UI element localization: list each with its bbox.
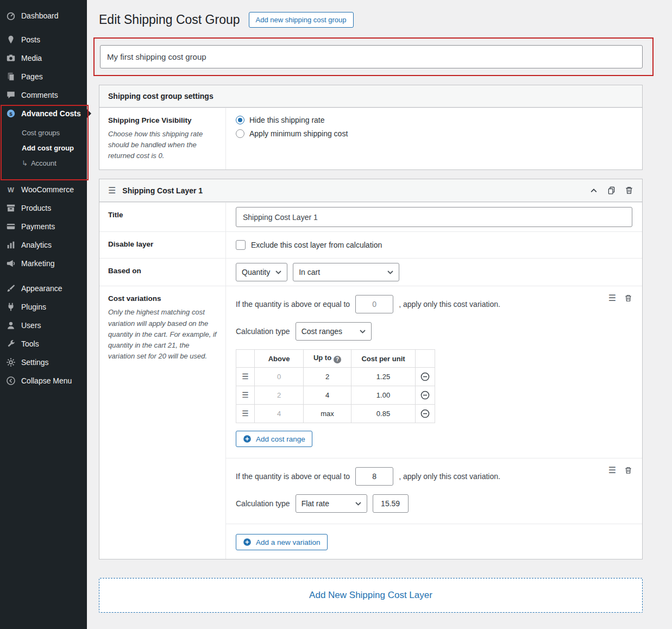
calculation-type-value: Cost ranges (302, 327, 342, 336)
drag-handle-icon[interactable] (242, 409, 249, 418)
woocommerce-icon: W (5, 185, 16, 194)
radio-option-hide-rate[interactable]: Hide this shipping rate (236, 116, 632, 124)
quantity-threshold-input[interactable] (355, 467, 393, 486)
remove-range-button[interactable] (420, 372, 430, 382)
based-on-select-value: Quantity (242, 268, 270, 276)
sidebar-item-settings[interactable]: Settings (0, 353, 87, 372)
cost-value[interactable]: 1.25 (351, 368, 416, 386)
delete-variation-button[interactable] (624, 466, 632, 475)
layer-panel-title: Shipping Cost Layer 1 (122, 186, 203, 195)
exclude-layer-checkbox[interactable] (236, 240, 246, 250)
drag-handle-icon[interactable] (608, 294, 616, 303)
drag-handle-icon[interactable] (242, 391, 249, 399)
delete-layer-button[interactable] (625, 186, 633, 195)
sidebar-item-dashboard[interactable]: Dashboard (0, 7, 87, 25)
sidebar-item-label: Comments (21, 91, 58, 99)
chevron-down-icon (275, 271, 281, 274)
sidebar-item-plugins[interactable]: Plugins (0, 298, 87, 316)
sidebar-item-label: Plugins (21, 303, 46, 311)
sidebar-item-woocommerce[interactable]: W WooCommerce (0, 180, 87, 199)
sidebar-item-comments[interactable]: Comments (0, 86, 87, 104)
help-icon[interactable]: ? (334, 356, 341, 363)
group-name-input[interactable] (100, 45, 643, 68)
paintbrush-icon (5, 284, 16, 293)
drag-handle-icon[interactable] (242, 372, 249, 381)
submenu-item-add-cost-group[interactable]: Add cost group (0, 140, 87, 155)
drag-handle-icon[interactable] (108, 186, 116, 195)
shipping-cost-layer-panel: Shipping Cost Layer 1 Title (99, 179, 643, 559)
drag-handle-icon[interactable] (608, 466, 616, 475)
radio-label[interactable]: Hide this shipping rate (249, 116, 325, 124)
sidebar-item-label: WooCommerce (21, 185, 74, 194)
sidebar-item-payments[interactable]: Payments (0, 217, 87, 236)
disable-layer-label-cell: Disable layer (99, 232, 226, 258)
settings-panel-header: Shipping cost group settings (99, 85, 642, 108)
add-cost-range-button[interactable]: Add cost range (236, 431, 312, 447)
cart-scope-select[interactable]: In cart (293, 263, 399, 281)
submenu-item-cost-groups[interactable]: Cost groups (0, 125, 87, 140)
sidebar-item-posts[interactable]: Posts (0, 30, 87, 49)
flat-rate-input[interactable] (373, 494, 409, 513)
submenu-item-account[interactable]: ↳ Account (0, 155, 87, 171)
sidebar-item-label: Advanced Costs (21, 109, 81, 118)
calculation-type-select[interactable]: Cost ranges (296, 322, 372, 341)
table-header-row: Above Up to? Cost per unit (236, 350, 435, 368)
condition-prefix: If the quantity is above or equal to (236, 300, 350, 309)
cost-value[interactable]: 0.85 (351, 405, 416, 423)
add-new-variation-button[interactable]: Add a new variation (236, 534, 328, 550)
based-on-select[interactable]: Quantity (236, 263, 287, 281)
sidebar-item-pages[interactable]: Pages (0, 67, 87, 86)
sidebar-item-label: Products (21, 204, 51, 212)
sidebar-item-tools[interactable]: Tools (0, 335, 87, 353)
above-value: 4 (255, 405, 304, 423)
visibility-label: Shipping Price Visibility (108, 116, 217, 124)
cost-variation-1: If the quantity is above or equal to , a… (226, 286, 642, 458)
page-header: Edit Shipping Cost Group Add new shippin… (99, 5, 643, 28)
exclude-layer-checkbox-label[interactable]: Exclude this cost layer from calculation (251, 241, 382, 249)
calculation-type-value: Flat rate (302, 499, 329, 508)
chevron-down-icon (360, 330, 366, 334)
sidebar-item-advanced-costs[interactable]: $ Advanced Costs (0, 104, 87, 123)
remove-range-button[interactable] (420, 408, 430, 419)
disable-layer-row: Disable layer Exclude this cost layer fr… (99, 231, 642, 258)
add-new-shipping-cost-group-button[interactable]: Add new shipping cost group (249, 12, 354, 28)
sidebar-item-media[interactable]: Media (0, 49, 87, 67)
cost-variations-description: Only the highest matching cost variation… (108, 307, 217, 362)
sidebar-item-users[interactable]: Users (0, 316, 87, 335)
submenu-item-label: Add cost group (22, 144, 74, 152)
chevron-down-icon (387, 271, 393, 274)
visibility-description: Choose how this shipping rate should be … (108, 129, 217, 161)
radio-label[interactable]: Apply minimum shipping cost (249, 129, 348, 138)
sidebar-item-products[interactable]: Products (0, 199, 87, 217)
duplicate-layer-button[interactable] (607, 186, 616, 195)
upto-value[interactable]: 4 (304, 386, 351, 405)
condition-prefix: If the quantity is above or equal to (236, 472, 350, 481)
radio-option-minimum-cost[interactable]: Apply minimum shipping cost (236, 129, 632, 138)
sidebar-item-analytics[interactable]: Analytics (0, 236, 87, 254)
delete-variation-button[interactable] (624, 294, 632, 303)
upto-value[interactable]: 2 (304, 368, 351, 386)
bar-chart-icon (5, 240, 16, 250)
sidebar-item-label: Analytics (21, 241, 52, 249)
quantity-threshold-input[interactable] (355, 295, 393, 313)
layer-title-input[interactable] (236, 207, 632, 227)
cost-value[interactable]: 1.00 (351, 386, 416, 405)
radio-icon[interactable] (236, 129, 244, 138)
upto-value[interactable]: max (304, 405, 351, 423)
sidebar-item-appearance[interactable]: Appearance (0, 279, 87, 298)
box-icon (5, 203, 16, 213)
calculation-type-select[interactable]: Flat rate (296, 494, 367, 513)
sidebar-item-marketing[interactable]: Marketing (0, 254, 87, 273)
collapse-layer-button[interactable] (589, 186, 598, 195)
sidebar-item-collapse-menu[interactable]: Collapse Menu (0, 372, 87, 390)
collapse-arrow-icon (5, 376, 16, 386)
add-new-variation-label: Add a new variation (256, 538, 321, 546)
calculation-type-label: Calculation type (236, 499, 290, 508)
user-icon (5, 320, 16, 330)
pushpin-icon (5, 35, 16, 45)
remove-range-button[interactable] (420, 390, 430, 400)
cost-variations-row: Cost variations Only the highest matchin… (99, 286, 642, 559)
add-new-shipping-cost-layer-button[interactable]: Add New Shipping Cost Layer (99, 578, 643, 613)
sidebar-item-label: Settings (21, 358, 49, 367)
radio-icon[interactable] (236, 116, 244, 124)
